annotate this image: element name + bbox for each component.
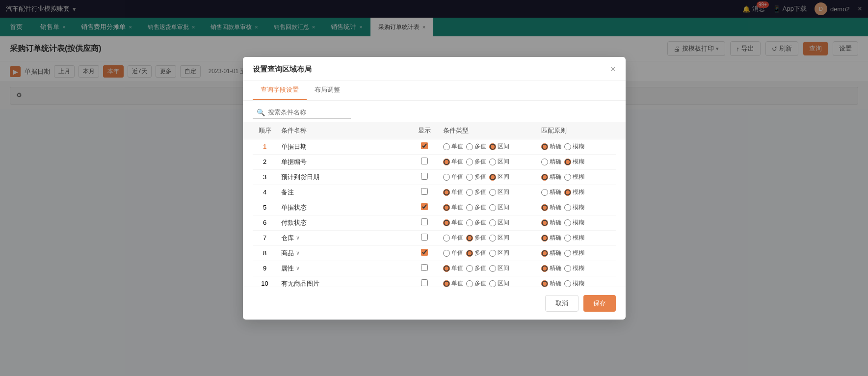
modal-header: 设置查询区域布局 × (243, 57, 626, 81)
search-input[interactable] (268, 108, 346, 109)
modal-tab-layout[interactable]: 布局调整 (307, 81, 348, 100)
modal-tabs: 查询字段设置 布局调整 (243, 81, 626, 101)
search-box: 🔍 (253, 107, 351, 110)
modal-title: 设置查询区域布局 (253, 65, 312, 74)
modal-overlay: 设置查询区域布局 × 查询字段设置 布局调整 🔍 顺序 条件名称 显示 条件类型 (0, 0, 868, 109)
settings-modal: 设置查询区域布局 × 查询字段设置 布局调整 🔍 顺序 条件名称 显示 条件类型 (243, 57, 626, 110)
modal-tab-query[interactable]: 查询字段设置 (253, 81, 307, 100)
modal-close-button[interactable]: × (610, 65, 616, 74)
search-icon: 🔍 (257, 108, 265, 110)
modal-search-area: 🔍 (243, 101, 626, 110)
